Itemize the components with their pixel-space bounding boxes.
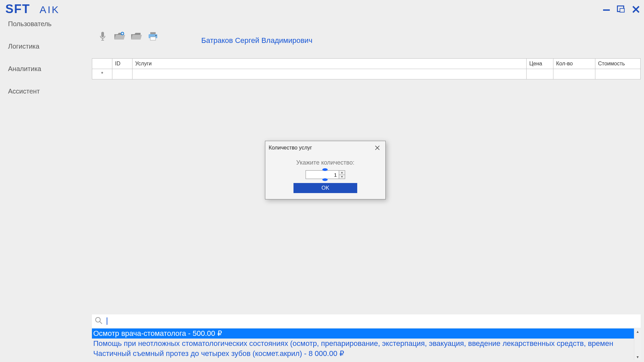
col-cost: Стоимость	[595, 59, 641, 69]
svg-point-18	[96, 317, 100, 322]
svg-rect-14	[150, 32, 156, 34]
cell-id[interactable]	[112, 69, 132, 79]
svg-rect-8	[101, 32, 104, 37]
minimize-button[interactable]	[602, 5, 611, 14]
ok-button[interactable]: OK	[293, 183, 357, 193]
dialog-body: Укажите количество: ▲ ▼ OK	[265, 155, 385, 199]
quantity-dialog: Количество услуг Укажите количество: ▲ ▼…	[265, 141, 386, 199]
cell-service[interactable]	[132, 69, 527, 79]
col-marker	[92, 59, 112, 69]
search-input[interactable]	[105, 317, 638, 325]
col-price: Цена	[527, 59, 553, 69]
quantity-spinner: ▲ ▼	[306, 170, 345, 179]
cell-qty[interactable]	[553, 69, 595, 79]
sidebar-item-assistant[interactable]: Ассистент	[8, 87, 91, 95]
selection-handle-icon	[322, 178, 328, 181]
dialog-close-button[interactable]	[373, 143, 382, 153]
maximize-button[interactable]	[616, 5, 626, 14]
table-new-row[interactable]: *	[92, 69, 641, 79]
print-icon[interactable]	[147, 30, 159, 42]
patient-name: Батраков Сергей Владимирович	[201, 36, 312, 45]
dialog-titlebar[interactable]: Количество услуг	[265, 141, 385, 155]
svg-point-17	[156, 35, 157, 36]
scroll-up-icon[interactable]: ▴	[634, 328, 641, 335]
text-caret	[107, 317, 107, 325]
spinner-buttons: ▲ ▼	[339, 170, 345, 179]
col-service: Услуги	[132, 59, 527, 69]
dialog-title: Количество услуг	[269, 145, 312, 151]
dialog-prompt: Укажите количество:	[296, 159, 354, 166]
close-button[interactable]	[631, 5, 641, 14]
toolbar	[97, 30, 159, 42]
selection-handle-icon	[322, 168, 328, 171]
window-controls	[602, 5, 641, 14]
cell-cost[interactable]	[595, 69, 641, 79]
new-row-marker: *	[92, 69, 112, 79]
scroll-down-icon[interactable]: ▾	[634, 354, 641, 360]
services-items: Осмотр врача-стоматолога - 500.00 ₽ Помо…	[92, 328, 634, 360]
services-list: Осмотр врача-стоматолога - 500.00 ₽ Помо…	[92, 328, 641, 360]
sidebar-item-user[interactable]: Пользователь	[8, 20, 91, 28]
search-icon	[95, 316, 103, 326]
folder-add-icon[interactable]	[113, 30, 125, 42]
col-id: ID	[112, 59, 132, 69]
svg-text:SFT: SFT	[5, 2, 30, 16]
cell-price[interactable]	[527, 69, 553, 79]
microphone-icon[interactable]	[97, 30, 109, 42]
svg-text:AIK: AIK	[40, 4, 60, 15]
service-item[interactable]: Частичный съемный протез до четырех зубо…	[92, 349, 634, 359]
folder-open-icon[interactable]	[130, 30, 142, 42]
svg-rect-5	[620, 9, 624, 12]
search-bar	[92, 314, 641, 328]
svg-rect-16	[150, 37, 156, 40]
app-logo: SFT AIK	[5, 2, 86, 17]
spinner-down-button[interactable]: ▼	[339, 175, 345, 179]
svg-line-19	[100, 321, 102, 324]
list-scrollbar[interactable]: ▴ ▾	[634, 328, 641, 360]
service-item[interactable]: Помощь при неотложных стоматологических …	[92, 339, 634, 349]
sidebar-item-analytics[interactable]: Аналитика	[8, 65, 91, 73]
spinner-up-button[interactable]: ▲	[339, 171, 345, 175]
sidebar: Пользователь Логистика Аналитика Ассисте…	[0, 20, 91, 110]
title-bar: SFT AIK	[0, 0, 644, 17]
patient-name-wrap: Батраков Сергей Владимирович	[201, 36, 312, 45]
table-header-row: ID Услуги Цена Кол-во Стоимость	[92, 59, 641, 69]
col-qty: Кол-во	[553, 59, 595, 69]
sidebar-item-logistics[interactable]: Логистика	[8, 43, 91, 50]
quantity-input[interactable]	[306, 170, 339, 179]
service-item[interactable]: Осмотр врача-стоматолога - 500.00 ₽	[92, 328, 634, 339]
services-table: ID Услуги Цена Кол-во Стоимость *	[92, 58, 641, 79]
